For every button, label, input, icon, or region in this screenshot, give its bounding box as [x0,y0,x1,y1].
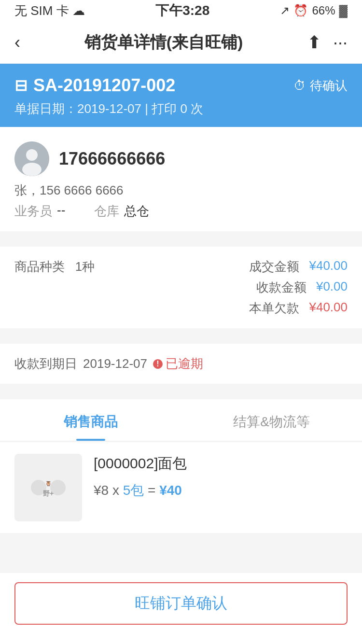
status-text: 待确认 [310,77,348,94]
svg-point-2 [22,163,42,176]
product-type-label: 商品种类 [14,259,65,274]
product-logo-icon: 野+ 🦉 [24,471,72,504]
price-qty: 5包 [123,483,144,498]
overdue-text: 已逾期 [166,355,203,372]
order-id: ⊟ SA-20191207-002 [14,75,175,96]
divider-3 [0,392,362,399]
status-badge: ⏱ 待确认 [293,77,348,94]
order-icon: ⊟ [14,76,28,95]
status-clock-icon: ⏱ [293,78,306,93]
customer-section: 17666666666 张，156 6666 6666 业务员 -- 仓库 总仓 [0,127,362,231]
share-button[interactable]: ⬆ [307,32,321,53]
due-date-label: 收款到期日 [14,355,77,372]
tabs-section: 销售商品 结算&物流等 [0,399,362,441]
header-card-top: ⊟ SA-20191207-002 ⏱ 待确认 [14,75,348,96]
overdue-badge: ! 已逾期 [153,355,203,372]
nav-bar: ‹ 销货单详情(来自旺铺) ⬆ ··· [0,21,362,64]
confirm-button[interactable]: 旺铺订单确认 [14,582,348,625]
nav-actions: ⬆ ··· [307,32,348,53]
status-bar: 无 SIM 卡 ☁ 下午3:28 ↗ ⏰ 66% ▓ [0,0,362,21]
header-card: ⊟ SA-20191207-002 ⏱ 待确认 单据日期：2019-12-07 … [0,64,362,127]
page-title: 销货单详情(来自旺铺) [84,31,243,54]
avatar [14,141,49,176]
location-icon: ↗ [280,4,290,17]
tab-sales-label: 销售商品 [64,414,118,429]
tab-settlement-label: 结算&物流等 [233,414,310,429]
more-button[interactable]: ··· [333,32,348,53]
alarm-icon: ⏰ [293,4,308,17]
tab-sales[interactable]: 销售商品 [0,399,181,441]
price-base: ¥8 x [94,483,123,498]
sim-status: 无 SIM 卡 ☁ [14,2,85,19]
amount-row-1: 收款金额 ¥0.00 [256,279,348,296]
divider-2 [0,336,362,344]
warehouse-value: 总仓 [124,203,149,220]
order-id-text: SA-20191207-002 [33,75,175,96]
warehouse-item: 仓库 总仓 [94,203,149,220]
amount-row-0: 成交金额 ¥40.00 [249,258,348,275]
summary-left: 商品种类 1种 [14,258,95,275]
price-total: ¥40 [159,483,182,498]
product-section: 野+ 🦉 [0000002]面包 ¥8 x 5包 = ¥40 [0,442,362,533]
back-button[interactable]: ‹ [14,32,20,53]
due-section: 收款到期日 2019-12-07 ! 已逾期 [0,344,362,384]
product-name: [0000002]面包 [94,454,348,474]
divider-1 [0,239,362,247]
salesperson-label: 业务员 [14,203,52,220]
status-right: ↗ ⏰ 66% ▓ [280,4,348,17]
customer-details: 业务员 -- 仓库 总仓 [14,203,348,220]
warehouse-label: 仓库 [94,203,119,220]
tab-settlement[interactable]: 结算&物流等 [181,399,362,441]
order-meta: 单据日期：2019-12-07 | 打印 0 次 [14,100,348,117]
product-info: [0000002]面包 ¥8 x 5包 = ¥40 [94,454,348,500]
amount-value-1: ¥0.00 [316,279,348,296]
amount-value-2: ¥40.00 [309,300,348,317]
amount-value-0: ¥40.00 [309,258,348,275]
amount-label-1: 收款金额 [256,279,306,296]
battery-level: 66% [312,4,335,17]
product-thumbnail: 野+ 🦉 [14,454,82,521]
status-left: 无 SIM 卡 ☁ [14,2,85,19]
svg-point-1 [26,149,38,161]
bottom-bar: 旺铺订单确认 [0,572,362,644]
product-type-value: 1种 [75,259,95,274]
avatar-icon [14,141,49,176]
amount-label-0: 成交金额 [249,258,299,275]
status-time: 下午3:28 [155,1,209,20]
amount-label-2: 本单欠款 [249,300,299,317]
product-type-row: 商品种类 1种 [14,258,95,275]
summary-section: 商品种类 1种 成交金额 ¥40.00 收款金额 ¥0.00 本单欠款 ¥40.… [0,247,362,328]
amount-row-2: 本单欠款 ¥40.00 [249,300,348,317]
battery-icon: ▓ [339,4,348,17]
overdue-icon: ! [153,359,163,369]
price-equals: = [144,483,159,498]
customer-phone: 17666666666 [59,149,165,169]
svg-text:野+: 野+ [43,490,54,497]
svg-text:🦉: 🦉 [45,480,52,487]
salesperson-value: -- [57,203,65,220]
due-date-value: 2019-12-07 [83,356,147,371]
salesperson-item: 业务员 -- [14,203,65,220]
customer-row: 17666666666 [14,141,348,176]
product-price: ¥8 x 5包 = ¥40 [94,481,348,500]
customer-sub: 张，156 6666 6666 [14,182,348,199]
summary-right: 成交金额 ¥40.00 收款金额 ¥0.00 本单欠款 ¥40.00 [249,258,348,317]
